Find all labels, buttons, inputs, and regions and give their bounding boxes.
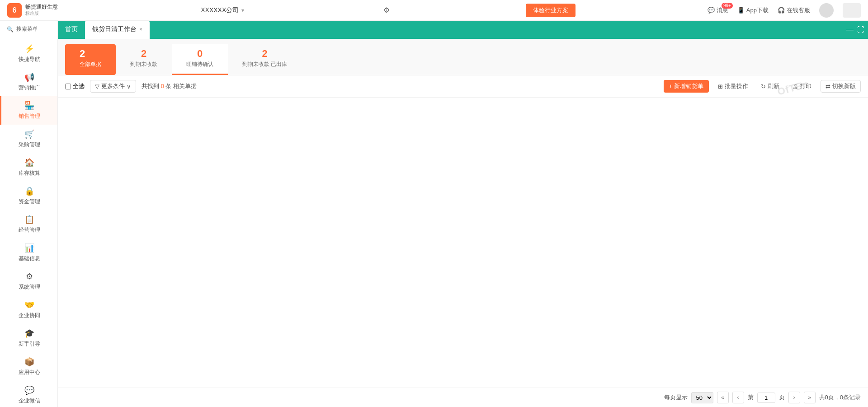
filter-button[interactable]: ▽ 更多条件 ∨ <box>90 80 136 93</box>
stat-unshipped-number: 2 <box>262 48 268 60</box>
stat-overdue-label: 到期未收款 <box>130 61 157 68</box>
message-icon: 💬 <box>708 7 715 14</box>
stat-all-number: 2 <box>80 48 101 60</box>
stat-tab-pending[interactable]: 0 旺铺待确认 <box>172 44 228 75</box>
stat-pending-label: 旺铺待确认 <box>186 61 213 68</box>
message-badge: 99+ <box>722 3 733 9</box>
sidebar-item-enterprise[interactable]: 🤝 企业协同 <box>0 295 57 324</box>
sidebar-label-marketing: 营销推广 <box>19 84 40 92</box>
sidebar-item-app-center[interactable]: 📦 应用中心 <box>0 352 57 381</box>
prev-page-button[interactable]: ‹ <box>732 392 744 403</box>
filter-arrow-icon: ∨ <box>127 83 131 90</box>
switch-version-icon: ⇄ <box>826 83 830 90</box>
sidebar-item-wechat[interactable]: 💬 企业微信 <box>0 381 57 407</box>
tab-home[interactable]: 首页 <box>58 21 85 39</box>
add-sales-order-button[interactable]: + 新增销货单 <box>664 80 709 93</box>
per-page-select[interactable]: 50 <box>691 392 713 403</box>
purchase-icon: 🛒 <box>24 129 34 139</box>
checkbox-input[interactable] <box>65 84 71 89</box>
tab-maximize-btn[interactable]: ⛶ <box>857 26 864 34</box>
toolbar-right: + 新增销货单 ⊞ 批量操作 ↻ 刷新 🖨 打印 ⇄ <box>664 80 861 93</box>
count-suffix: 条 相关单据 <box>165 83 197 89</box>
switch-version-button[interactable]: ⇄ 切换新版 <box>821 80 861 93</box>
sidebar-item-basic-info[interactable]: 📊 基础信息 <box>0 239 57 267</box>
company-name: XXXXXX公司 <box>201 6 239 14</box>
page-number-input[interactable] <box>757 393 775 403</box>
sidebar-label-operations: 经营管理 <box>19 226 40 234</box>
app-download-label: App下载 <box>746 6 769 14</box>
stat-tab-unshipped[interactable]: 2 到期未收款 已出库 <box>228 44 302 75</box>
avatar[interactable] <box>819 3 834 18</box>
logo-text-block: 畅捷通好生意 标准版 <box>25 4 58 17</box>
count-number: 0 <box>161 83 164 89</box>
system-icon: ⚙ <box>26 271 33 281</box>
sidebar-label-quick-nav: 快捷导航 <box>19 56 40 63</box>
batch-icon: ⊞ <box>718 83 723 90</box>
count-prefix: 共找到 <box>142 83 159 89</box>
next-page-button[interactable]: › <box>788 392 800 403</box>
switch-version-label: 切换新版 <box>832 82 856 90</box>
search-icon: 🔍 <box>7 26 14 33</box>
sidebar-item-search[interactable]: 🔍 搜索菜单 <box>0 21 57 37</box>
count-display: 共找到 0 条 相关单据 <box>142 82 197 90</box>
sidebar-label-purchase: 采购管理 <box>19 141 40 149</box>
sidebar-label-system: 系统管理 <box>19 283 40 291</box>
trial-button[interactable]: 体验行业方案 <box>526 4 576 17</box>
download-icon: 📱 <box>737 7 745 14</box>
message-button[interactable]: 💬 消息 99+ <box>708 6 728 14</box>
page-content: 2 全部单据 2 到期未收款 0 旺铺待确认 2 到期未收款 已出库 <box>58 39 868 407</box>
tab-bar-right: — ⛶ <box>846 26 868 34</box>
online-service-button[interactable]: 🎧 在线客服 <box>778 6 810 14</box>
search-menu-label: 搜索菜单 <box>16 25 38 33</box>
refresh-icon: ↻ <box>761 83 766 90</box>
page-suffix: 页 <box>779 393 785 402</box>
last-page-button[interactable]: » <box>804 392 816 403</box>
header-right: 💬 消息 99+ 📱 App下载 🎧 在线客服 <box>708 3 861 18</box>
company-arrow-icon: ▾ <box>241 7 244 14</box>
stat-overdue-number: 2 <box>141 48 146 60</box>
page-label: 第 <box>748 393 754 402</box>
sidebar-item-quick-nav[interactable]: ⚡ 快捷导航 <box>0 39 57 68</box>
sidebar-label-enterprise: 企业协同 <box>19 312 40 319</box>
app-download-button[interactable]: 📱 App下载 <box>737 6 769 14</box>
sidebar-item-purchase[interactable]: 🛒 采购管理 <box>0 125 57 153</box>
user-name-badge[interactable] <box>843 3 861 18</box>
sidebar: 🔍 搜索菜单 ⚡ 快捷导航 📢 营销推广 🏪 销售管理 🛒 采购管理 🏠 库存核… <box>0 21 58 407</box>
sidebar-label-basic-info: 基础信息 <box>19 255 40 262</box>
first-page-button[interactable]: « <box>717 392 729 403</box>
content-area: 首页 钱货日清工作台 × — ⛶ 2 全部单据 2 到期未收款 <box>58 21 868 407</box>
tab-bar: 首页 钱货日清工作台 × — ⛶ <box>58 21 868 39</box>
select-all-label: 全选 <box>73 82 85 90</box>
batch-operation-button[interactable]: ⊞ 批量操作 <box>714 80 752 92</box>
sidebar-item-sales[interactable]: 🏪 销售管理 <box>0 96 57 125</box>
sidebar-item-operations[interactable]: 📋 经营管理 <box>0 210 57 239</box>
operations-icon: 📋 <box>24 215 34 225</box>
settings-button[interactable]: ⚙ <box>380 4 393 17</box>
logo-icon: 6 <box>7 3 22 18</box>
filter-label: 更多条件 <box>101 82 125 90</box>
select-all-checkbox[interactable]: 全选 <box>65 82 85 90</box>
company-selector[interactable]: XXXXXX公司 ▾ <box>197 5 248 16</box>
stat-pending-number: 0 <box>197 48 203 60</box>
basic-info-icon: 📊 <box>24 243 34 253</box>
sidebar-item-system[interactable]: ⚙ 系统管理 <box>0 267 57 295</box>
tab-workbench[interactable]: 钱货日清工作台 × <box>85 21 150 39</box>
sidebar-item-inventory[interactable]: 🏠 库存核算 <box>0 153 57 182</box>
top-header: 6 畅捷通好生意 标准版 XXXXXX公司 ▾ ⚙ 体验行业方案 💬 消息 99… <box>0 0 868 21</box>
tab-minimize-btn[interactable]: — <box>846 26 854 34</box>
stat-tab-overdue-unpaid[interactable]: 2 到期未收款 <box>116 44 172 75</box>
stat-tab-all[interactable]: 2 全部单据 <box>65 44 116 75</box>
batch-label: 批量操作 <box>725 82 748 90</box>
sidebar-item-marketing[interactable]: 📢 营销推广 <box>0 68 57 96</box>
app-center-icon: 📦 <box>24 357 34 367</box>
tab-close-icon[interactable]: × <box>139 26 142 33</box>
pagination: 每页显示 50 « ‹ 第 页 › » 共0页，0条记录 <box>58 388 868 407</box>
online-service-label: 在线客服 <box>787 6 810 14</box>
stat-unshipped-label: 到期未收款 已出库 <box>242 61 287 68</box>
finance-icon: 🔒 <box>24 186 34 196</box>
service-icon: 🎧 <box>778 7 785 14</box>
toolbar: 全选 ▽ 更多条件 ∨ 共找到 0 条 相关单据 + 新增销货单 ⊞ 批量操作 <box>58 75 868 98</box>
sidebar-item-guide[interactable]: 🎓 新手引导 <box>0 324 57 352</box>
sidebar-label-inventory: 库存核算 <box>19 169 40 177</box>
sidebar-item-finance[interactable]: 🔒 资金管理 <box>0 182 57 210</box>
